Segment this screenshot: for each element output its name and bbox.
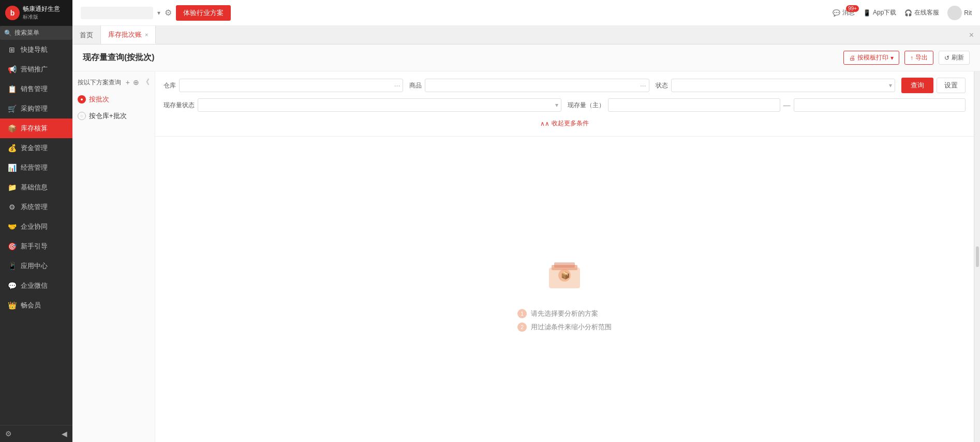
scheme-settings-icon[interactable]: ⊕ — [133, 78, 139, 86]
sidebar-item-marketing[interactable]: 📢 营销推广 — [0, 60, 72, 79]
sidebar-item-sales[interactable]: 📋 销售管理 — [0, 79, 72, 99]
export-icon: ↑ — [910, 54, 913, 62]
status-label: 状态 — [656, 81, 668, 90]
tab-panel-close-icon[interactable]: × — [963, 31, 980, 40]
sidebar-header: b 畅康通好生意 标准版 — [0, 0, 72, 26]
sidebar-item-operations[interactable]: 📊 经营管理 — [0, 158, 72, 178]
inventory-icon: 📦 — [7, 124, 17, 133]
sidebar-item-wechat[interactable]: 💬 企业微信 — [0, 276, 72, 296]
settings-button[interactable]: 设置 — [937, 78, 966, 93]
filter-actions: 查询 设置 — [901, 78, 966, 93]
svg-text:📦: 📦 — [561, 271, 570, 280]
stock-qty-label: 现存量（主） — [568, 101, 605, 110]
empty-hint-2: 2 用过滤条件来缩小分析范围 — [517, 322, 612, 332]
stock-qty-min-input[interactable] — [608, 98, 780, 112]
svg-rect-2 — [554, 262, 575, 268]
sidebar-item-inventory[interactable]: 📦 库存核算 — [0, 119, 72, 138]
page-header: 现存量查询(按批次) 🖨 按模板打印 ▾ ↑ 导出 ↺ 刷新 — [72, 45, 980, 71]
sidebar-item-basics[interactable]: 📁 基础信息 — [0, 178, 72, 197]
scrollbar-handle — [976, 246, 979, 267]
sidebar: b 畅康通好生意 标准版 🔍 搜索菜单 ⊞ 快捷导航 📢 营销推广 📋 销售管理… — [0, 0, 72, 442]
settings-icon[interactable]: ⚙ — [5, 430, 12, 438]
scheme-collapse-icon[interactable]: 《 — [142, 78, 150, 87]
page-header-actions: 🖨 按模板打印 ▾ ↑ 导出 ↺ 刷新 — [843, 51, 970, 65]
message-icon: 💬 — [833, 9, 840, 17]
printer-icon: 🖨 — [849, 54, 855, 62]
scheme-by-warehouse-batch[interactable]: ○ 按仓库+批次 — [72, 108, 155, 124]
collapse-sidebar-icon[interactable]: ◀ — [62, 430, 67, 438]
tab-home[interactable]: 首页 — [72, 26, 101, 44]
scheme-by-batch[interactable]: ● 按批次 — [72, 91, 155, 108]
status-field: 状态 ▾ — [656, 79, 895, 92]
sidebar-item-system[interactable]: ⚙ 系统管理 — [0, 197, 72, 217]
member-icon: 👑 — [7, 301, 17, 310]
scheme-add-icon[interactable]: + — [126, 78, 130, 86]
apps-icon: 📱 — [7, 261, 17, 271]
product-input[interactable] — [425, 79, 649, 92]
collapse-conditions-btn[interactable]: ∧∧ 收起更多条件 — [164, 117, 966, 130]
empty-hints: 1 请先选择要分析的方案 2 用过滤条件来缩小分析范围 — [517, 309, 612, 332]
tabs-bar: 首页 库存批次账 × × — [72, 26, 980, 45]
empty-illustration: 📦 — [539, 247, 590, 299]
topbar: ▾ ⚙ 体验行业方案 💬 消息 99+ 📱 App下载 🎧 在线客服 Rit — [72, 0, 980, 26]
tab-inventory-batch[interactable]: 库存批次账 × — [101, 26, 156, 44]
sidebar-nav: ⊞ 快捷导航 📢 营销推广 📋 销售管理 🛒 采购管理 📦 库存核算 💰 资金管… — [0, 40, 72, 425]
query-button[interactable]: 查询 — [901, 78, 933, 93]
hint-num-2: 2 — [517, 322, 527, 332]
product-label: 商品 — [409, 81, 422, 90]
refresh-button[interactable]: ↺ 刷新 — [939, 51, 970, 65]
sidebar-item-finance[interactable]: 💰 资金管理 — [0, 138, 72, 158]
stock-status-select-wrap: ▾ — [198, 98, 561, 112]
search-menu-button[interactable]: 🔍 搜索菜单 — [0, 26, 72, 40]
scheme-panel-icons: + ⊕ 《 — [126, 78, 150, 87]
quick-nav-icon: ⊞ — [7, 45, 17, 54]
template-dropdown-icon[interactable]: ▾ — [890, 54, 894, 62]
app-download-group[interactable]: 📱 App下载 — [863, 8, 896, 17]
app-info: 畅康通好生意 标准版 — [23, 5, 60, 21]
enterprise-icon: 🤝 — [7, 222, 17, 231]
product-field: 商品 ··· — [409, 79, 649, 92]
stock-status-select[interactable] — [198, 98, 561, 112]
export-button[interactable]: ↑ 导出 — [904, 51, 933, 65]
marketing-icon: 📢 — [7, 65, 17, 74]
filter-form: 仓库 ··· 商品 ··· — [155, 71, 974, 137]
user-group[interactable]: Rit — [947, 6, 972, 20]
sidebar-item-enterprise[interactable]: 🤝 企业协同 — [0, 217, 72, 237]
product-dots[interactable]: ··· — [640, 81, 646, 90]
finance-icon: 💰 — [7, 143, 17, 153]
topbar-search-input[interactable] — [81, 7, 153, 19]
tab-close-icon[interactable]: × — [145, 32, 148, 38]
sidebar-item-apps[interactable]: 📱 应用中心 — [0, 256, 72, 276]
product-input-wrap: ··· — [425, 79, 649, 92]
trial-btn[interactable]: 体验行业方案 — [176, 5, 231, 21]
template-print-button[interactable]: 🖨 按模板打印 ▾ — [843, 51, 899, 65]
warehouse-input[interactable] — [179, 79, 403, 92]
basics-icon: 📁 — [7, 183, 17, 192]
messages-group[interactable]: 💬 消息 99+ — [833, 8, 855, 17]
body-split: 按以下方案查询 + ⊕ 《 ● 按批次 ○ 按仓库+批次 — [72, 71, 980, 442]
refresh-icon: ↺ — [944, 54, 949, 62]
stock-qty-max-input[interactable] — [794, 98, 966, 112]
service-icon: 🎧 — [904, 9, 912, 17]
stock-status-label: 现存量状态 — [164, 101, 195, 110]
status-select[interactable] — [671, 79, 895, 92]
sidebar-item-member[interactable]: 👑 畅会员 — [0, 296, 72, 315]
sidebar-item-newbie[interactable]: 🎯 新手引导 — [0, 237, 72, 256]
scheme-outline-dot: ○ — [78, 112, 86, 120]
online-service-group[interactable]: 🎧 在线客服 — [904, 8, 939, 17]
purchase-icon: 🛒 — [7, 104, 17, 113]
scheme-panel: 按以下方案查询 + ⊕ 《 ● 按批次 ○ 按仓库+批次 — [72, 71, 155, 442]
page-title: 现存量查询(按批次) — [83, 52, 155, 63]
warehouse-dots[interactable]: ··· — [394, 81, 400, 90]
empty-state: 📦 1 请先选择要分析的方案 2 用过滤条件来缩小分析范围 — [155, 137, 974, 442]
app-edition: 标准版 — [23, 13, 60, 21]
topbar-gear-icon[interactable]: ⚙ — [165, 8, 172, 18]
topbar-dropdown-icon[interactable]: ▾ — [157, 9, 160, 17]
app-logo: b — [5, 6, 20, 20]
warehouse-label: 仓库 — [164, 81, 176, 90]
sidebar-item-purchase[interactable]: 🛒 采购管理 — [0, 99, 72, 119]
download-icon: 📱 — [863, 9, 871, 17]
right-scrollbar[interactable] — [974, 71, 980, 442]
sidebar-item-quick-nav[interactable]: ⊞ 快捷导航 — [0, 40, 72, 60]
stock-qty-field: 现存量（主） — — [568, 98, 966, 112]
